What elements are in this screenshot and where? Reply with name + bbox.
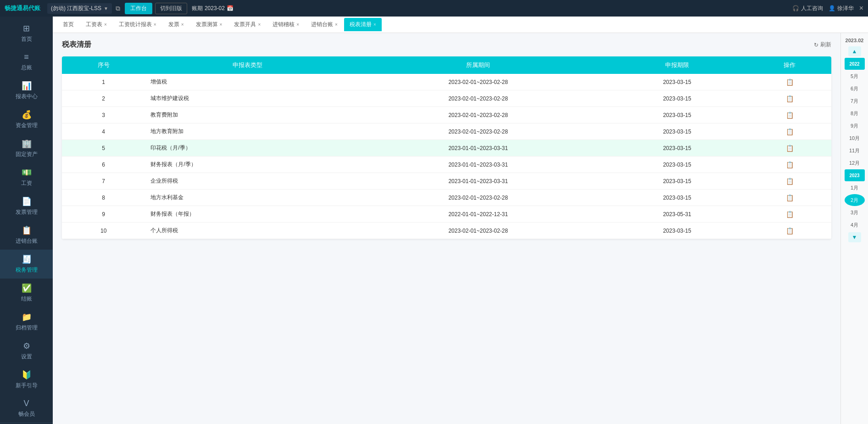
action-icon[interactable]: 📋 <box>786 145 794 152</box>
sidebar-icon-invoice: 📄 <box>22 196 32 206</box>
main-content: 税表清册 ↻ 刷新 序号申报表类型所属期间申报期限操作 1增值税2023-02-… <box>53 33 840 424</box>
company-selector[interactable]: (勿动) 江西股宝-LSS ▼ <box>47 3 112 14</box>
sidebar-item-archive[interactable]: 📁归档管理 <box>0 307 53 336</box>
calendar-active-month[interactable]: 2月 <box>845 194 865 206</box>
tab-close-tax_register[interactable]: × <box>373 22 376 27</box>
tab-invoice_calc[interactable]: 发票测算× <box>190 18 228 31</box>
calendar-scroll-down[interactable]: ▼ <box>848 232 861 242</box>
sidebar-item-settings[interactable]: ⚙设置 <box>0 336 53 365</box>
cell-seq: 8 <box>62 190 145 206</box>
tab-label-tax_register: 税表清册 <box>350 21 372 28</box>
cell-action[interactable]: 📋 <box>748 156 831 173</box>
sidebar-item-salary[interactable]: 💵工资 <box>0 163 53 192</box>
calendar-month[interactable]: 12月 <box>845 157 865 169</box>
cell-type: 企业所得税 <box>145 173 350 190</box>
calendar-month[interactable]: 6月 <box>845 83 865 95</box>
calendar-month[interactable]: 10月 <box>845 132 865 144</box>
tab-purchase_ledger[interactable]: 进销台账× <box>306 18 343 31</box>
cell-action[interactable]: 📋 <box>748 140 831 156</box>
action-icon[interactable]: 📋 <box>786 211 794 218</box>
tab-close-salary[interactable]: × <box>104 22 107 27</box>
user-service-button[interactable]: 🎧 人工咨询 <box>792 5 823 12</box>
sidebar-item-tax[interactable]: 🧾税务管理 <box>0 250 53 279</box>
workbench-button[interactable]: 工作台 <box>125 3 152 14</box>
sidebar-item-settle[interactable]: ✅结账 <box>0 279 53 307</box>
main-layout: ⊞首页≡总账📊报表中心💰资金管理🏢固定资产💵工资📄发票管理📋进销台账🧾税务管理✅… <box>0 17 868 424</box>
calendar-month[interactable]: 5月 <box>845 70 865 82</box>
tab-close-invoice_calc[interactable]: × <box>220 22 223 27</box>
calendar-month[interactable]: 1月 <box>845 182 865 194</box>
calendar-month[interactable]: 11月 <box>845 145 865 156</box>
app-name: 畅捷通易代账 <box>5 4 40 12</box>
tab-invoice_open[interactable]: 发票开具× <box>228 18 266 31</box>
cell-action[interactable]: 📋 <box>748 190 831 206</box>
calendar-month[interactable]: 7月 <box>845 95 865 107</box>
cell-action[interactable]: 📋 <box>748 123 831 140</box>
sidebar-label-report: 报表中心 <box>16 93 38 100</box>
calendar-month[interactable]: 3月 <box>845 206 865 218</box>
tab-close-purchase_ledger[interactable]: × <box>335 22 338 27</box>
tab-close-purchase_check[interactable]: × <box>296 22 299 27</box>
action-icon[interactable]: 📋 <box>786 128 794 135</box>
sidebar-item-guide[interactable]: 🔰新手引导 <box>0 365 53 394</box>
sidebar-item-home[interactable]: ⊞首页 <box>0 19 53 48</box>
copy-icon[interactable]: ⧉ <box>116 5 120 12</box>
action-icon[interactable]: 📋 <box>786 78 794 86</box>
sidebar-item-ledger[interactable]: ≡总账 <box>0 48 53 76</box>
tab-invoice[interactable]: 发票× <box>163 18 189 31</box>
table-header-row: 序号申报表类型所属期间申报期限操作 <box>62 56 831 74</box>
tab-close-salary_report[interactable]: × <box>154 22 156 27</box>
cell-seq: 2 <box>62 90 145 107</box>
period-value: 2023-02 <box>205 5 225 11</box>
table-row: 7企业所得税2023-01-01~2023-03-312023-03-15📋 <box>62 173 831 190</box>
tab-salary_report[interactable]: 工资统计报表× <box>113 18 162 31</box>
cell-deadline: 2023-05-31 <box>606 206 748 223</box>
tab-home[interactable]: 首页 <box>57 18 79 31</box>
sidebar-item-invoice[interactable]: 📄发票管理 <box>0 192 53 221</box>
cell-seq: 1 <box>62 74 145 90</box>
calendar-icon[interactable]: 📅 <box>227 5 234 11</box>
action-icon[interactable]: 📋 <box>786 95 794 102</box>
action-icon[interactable]: 📋 <box>786 161 794 168</box>
cell-period: 2023-01-01~2023-03-31 <box>351 140 606 156</box>
action-icon[interactable]: 📋 <box>786 112 794 119</box>
cell-type: 地方水利基金 <box>145 190 350 206</box>
action-icon[interactable]: 📋 <box>786 227 794 234</box>
calendar-month[interactable]: 9月 <box>845 120 865 132</box>
window-close-button[interactable]: × <box>859 4 863 12</box>
cell-action[interactable]: 📋 <box>748 223 831 239</box>
sidebar-icon-home: ⊞ <box>23 23 30 33</box>
table-row: 10个人所得税2023-02-01~2023-02-282023-03-15📋 <box>62 223 831 239</box>
cell-deadline: 2023-03-15 <box>606 156 748 173</box>
old-version-button[interactable]: 切到旧版 <box>155 3 187 14</box>
cell-action[interactable]: 📋 <box>748 74 831 90</box>
sidebar-item-fund[interactable]: 💰资金管理 <box>0 105 53 134</box>
tab-tax_register[interactable]: 税表清册× <box>344 18 382 31</box>
sidebar-icon-member: V <box>23 399 29 408</box>
cell-action[interactable]: 📋 <box>748 173 831 190</box>
cell-period: 2023-01-01~2023-03-31 <box>351 173 606 190</box>
sidebar-item-member[interactable]: V畅会员 <box>0 394 53 423</box>
content-area: 首页工资表×工资统计报表×发票×发票测算×发票开具×进销稽核×进销台账×税表清册… <box>53 17 868 424</box>
year-label-2022: 2022 <box>845 58 865 70</box>
tab-salary[interactable]: 工资表× <box>80 18 112 31</box>
refresh-button[interactable]: ↻ 刷新 <box>814 41 831 49</box>
action-icon[interactable]: 📋 <box>786 178 794 185</box>
period-label: 账期 <box>192 5 203 12</box>
tab-close-invoice_open[interactable]: × <box>258 22 261 27</box>
cell-action[interactable]: 📋 <box>748 206 831 223</box>
sidebar-item-purchase[interactable]: 📋进销台账 <box>0 221 53 250</box>
sidebar-item-report[interactable]: 📊报表中心 <box>0 76 53 105</box>
cell-action[interactable]: 📋 <box>748 90 831 107</box>
cell-action[interactable]: 📋 <box>748 107 831 123</box>
calendar-month[interactable]: 8月 <box>845 107 865 119</box>
sidebar-label-settings: 设置 <box>21 353 32 361</box>
calendar-scroll-up[interactable]: ▲ <box>848 46 861 56</box>
action-icon[interactable]: 📋 <box>786 194 794 201</box>
tab-purchase_check[interactable]: 进销稽核× <box>267 18 305 31</box>
sidebar-item-asset[interactable]: 🏢固定资产 <box>0 134 53 163</box>
calendar-month[interactable]: 4月 <box>845 219 865 231</box>
sidebar-label-guide: 新手引导 <box>16 382 38 390</box>
user-profile-button[interactable]: 👤 徐泽华 <box>829 5 854 12</box>
tab-close-invoice[interactable]: × <box>181 22 184 27</box>
